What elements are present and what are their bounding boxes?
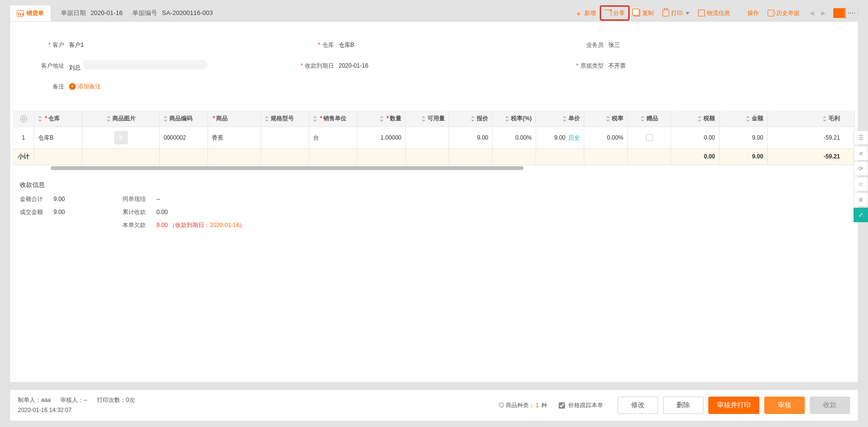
col-price[interactable]: 单价 [536,111,584,127]
side-tool-note[interactable]: ☰ [854,130,868,145]
main-panel: *客户 客户1 *仓库 仓库B 业务员 张三 客户地址 刘总 *收款到期日 20… [10,21,858,383]
col-available[interactable]: 可用量 [406,111,449,127]
address-value[interactable]: 刘总 [69,60,207,72]
col-spec[interactable]: 规格型号 [261,111,309,127]
doc-no: SA-20200116-003 [162,9,213,16]
invoice-type-value[interactable]: 不开票 [608,62,626,70]
add-remark-link[interactable]: +添加备注 [69,83,101,91]
list-icon [834,8,845,18]
history-button[interactable]: 历史单据 [764,6,803,20]
row-product[interactable]: 香蕉 [208,127,261,148]
view-list[interactable] [833,8,846,18]
horizontal-scrollbar[interactable] [51,165,524,171]
delete-button[interactable]: 删除 [663,397,703,414]
row-code[interactable]: 0000002 [160,127,208,148]
side-tool-user[interactable]: ☺ [854,177,868,191]
payment-section: 收款信息 金额合计9.00 成交金额9.00 同单现结-- 累计收款0.00 本… [10,171,858,229]
row-gift[interactable] [628,127,671,148]
col-image[interactable]: 商品图片 [83,111,160,127]
subtotal-label: 小计 [13,149,34,165]
view-grid[interactable] [846,8,858,18]
copy-button[interactable]: 复制 [630,6,658,20]
col-settings[interactable] [13,111,34,127]
col-unit[interactable]: *销售单位 [309,111,358,127]
tab-title: 销货单 [27,9,44,17]
subtotal-tax: 0.00 [671,149,719,165]
row-unit[interactable]: 台 [309,127,358,148]
row-warehouse[interactable]: 仓库B [34,127,83,148]
new-button[interactable]: ＋新增 [572,6,600,20]
salesman-value[interactable]: 张三 [608,41,620,49]
tab-sales-order[interactable]: 销货单 [10,5,51,21]
table-header: *仓库 商品图片 商品编码 *商品 规格型号 *销售单位 *数量 可用量 报价 … [13,111,855,127]
history-icon [768,10,774,16]
row-tax-amount[interactable]: 0.00 [671,127,719,148]
chevron-down-icon [686,12,689,14]
share-button[interactable]: 分享 [601,6,629,20]
row-spec[interactable] [261,127,309,148]
audit-print-button[interactable]: 审核并打印 [708,397,759,414]
footer-mid: ◎ 商品种类：1 种 价格跟踪本单 [498,401,603,410]
col-amount[interactable]: 金额 [719,111,768,127]
image-placeholder-icon: b [114,131,128,144]
print-icon [662,10,669,16]
audit-button[interactable]: 审核 [764,397,805,414]
col-tax-amount[interactable]: 税额 [671,111,719,127]
row-profit[interactable]: -59.21 [768,127,855,148]
side-tool-link[interactable]: ⌀ [854,146,868,160]
field-warehouse: *仓库 仓库B [299,41,569,49]
field-remark: 备注 +添加备注 [29,83,299,91]
doc-no-label: 单据编号 [132,9,157,16]
price-follow-checkbox[interactable]: 价格跟踪本单 [557,401,603,410]
gear-icon [20,115,27,122]
row-rate2[interactable]: 0.00% [584,127,628,148]
row-available[interactable] [406,127,449,148]
nav-prev[interactable]: ◀ [807,9,816,17]
field-salesman: 业务员 张三 [569,41,839,49]
row-image[interactable]: b [83,127,160,148]
table-subtotal: 小计 0.00 9.00 -59.21 [13,149,855,165]
gift-checkbox[interactable] [646,134,653,141]
col-quote[interactable]: 报价 [449,111,493,127]
footer-buttons: 修改 删除 审核并打印 审核 收款 [618,397,850,414]
nav-next[interactable]: ▶ [819,9,827,17]
footer-meta: 制单人：aaa 审核人：-- 打印次数：0次 2020-01-16 14:32:… [18,396,135,414]
side-tool-layers[interactable]: ≣ [854,192,868,207]
plus-icon: ＋ [576,10,582,16]
col-profit[interactable]: 毛利 [768,111,855,127]
row-quote[interactable]: 9.00 [449,127,493,148]
footer-timestamp: 2020-01-16 14:32:07 [18,406,71,414]
col-rate2[interactable]: 税率 [584,111,628,127]
nav-arrows: ◀ ▶ [807,9,827,17]
logistics-button[interactable]: 物流信息 [694,6,734,20]
sales-order-icon [17,10,24,17]
print-button[interactable]: 打印 [659,6,693,20]
col-warehouse[interactable]: *仓库 [34,111,83,127]
col-gift[interactable]: 赠品 [628,111,671,127]
field-invoice-type: *票据类型 不开票 [569,60,839,72]
share-icon [605,10,611,16]
due-value[interactable]: 2020-01-16 [339,62,368,70]
row-qty[interactable]: 1.00000 [358,127,406,148]
side-tool-refresh[interactable]: ⟳ [854,161,868,176]
customer-value[interactable]: 客户1 [69,41,84,49]
edit-button[interactable]: 修改 [618,397,658,414]
row-amount[interactable]: 9.00 [719,127,768,148]
field-address: 客户地址 刘总 [29,60,299,72]
scrollbar-thumb[interactable] [51,166,524,170]
side-tool-strip: ☰ ⌀ ⟳ ☺ ≣ ⤢ [854,130,868,222]
topbar: 销货单 单据日期 2020-01-16 单据编号 SA-20200116-003… [10,5,858,21]
col-qty[interactable]: *数量 [358,111,406,127]
warehouse-value[interactable]: 仓库B [339,41,354,49]
collect-button[interactable]: 收款 [810,397,850,414]
ops-button[interactable]: 操作 [735,6,763,20]
col-product[interactable]: *商品 [208,111,261,127]
col-tax-rate[interactable]: 税率(%) [493,111,536,127]
row-tax-rate[interactable]: 0.00% [493,127,536,148]
pay-total: 金额合计9.00 [20,195,65,203]
col-code[interactable]: 商品编码 [160,111,208,127]
price-history-link[interactable]: 历史 [568,134,580,142]
row-price[interactable]: 9.00历史 [536,127,584,148]
side-tool-expand[interactable]: ⤢ [854,208,868,222]
table-row[interactable]: 1 仓库B b 0000002 香蕉 台 1.00000 9.00 0.00% … [13,127,855,149]
